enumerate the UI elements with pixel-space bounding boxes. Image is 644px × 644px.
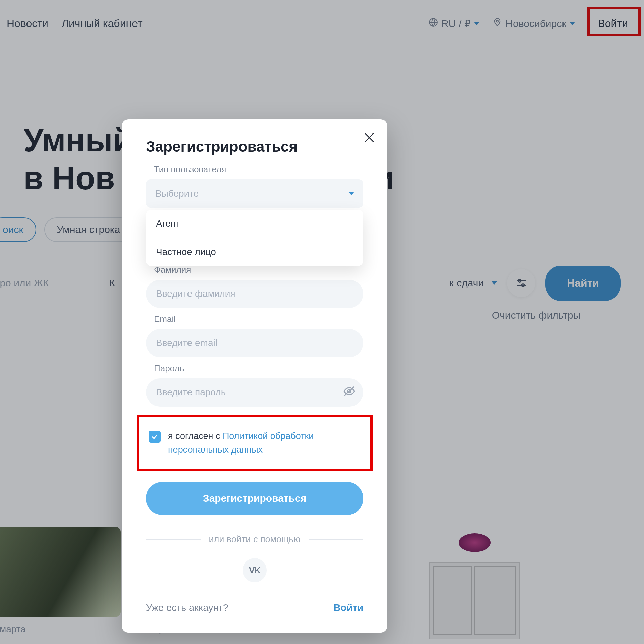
alt-login-label: или войти с помощью xyxy=(209,534,300,545)
register-submit-button[interactable]: Зарегистрироваться xyxy=(146,482,363,515)
divider-line xyxy=(309,539,363,540)
consent-text: я согласен с Политикой обработки персона… xyxy=(168,429,361,457)
surname-input[interactable]: Введите фамилия xyxy=(146,280,363,308)
option-private[interactable]: Частное лицо xyxy=(146,238,363,266)
have-account-text: Уже есть аккаунт? xyxy=(146,602,228,613)
email-label: Email xyxy=(146,314,363,329)
vk-login-button[interactable]: VK xyxy=(243,558,267,582)
divider-line xyxy=(146,539,201,540)
user-type-select-box[interactable]: Выберите xyxy=(146,179,363,208)
password-input[interactable]: Введите пароль xyxy=(146,378,363,407)
alt-login-divider: или войти с помощью xyxy=(146,534,363,545)
modal-title: Зарегистрироваться xyxy=(146,138,363,155)
social-login-row: VK xyxy=(146,558,363,582)
user-type-dropdown: Агент Частное лицо xyxy=(146,210,363,266)
register-modal: Зарегистрироваться Тип пользователя Выбе… xyxy=(122,119,387,633)
user-type-placeholder: Выберите xyxy=(155,188,199,199)
caret-down-icon xyxy=(348,192,354,195)
consent-highlight: я согласен с Политикой обработки персона… xyxy=(137,415,373,471)
eye-off-icon[interactable] xyxy=(343,385,355,400)
email-input[interactable]: Введите email xyxy=(146,329,363,357)
switch-to-login-link[interactable]: Войти xyxy=(333,602,363,613)
password-label: Пароль xyxy=(146,363,363,378)
option-agent[interactable]: Агент xyxy=(146,210,363,238)
close-button[interactable] xyxy=(362,130,377,145)
surname-label: Фамилия xyxy=(146,265,363,280)
consent-text-pre: я согласен с xyxy=(168,431,223,441)
user-type-label: Тип пользователя xyxy=(146,164,363,179)
user-type-select[interactable]: Выберите Агент Частное лицо xyxy=(146,179,363,208)
password-placeholder: Введите пароль xyxy=(156,387,226,397)
modal-bottom-row: Уже есть аккаунт? Войти xyxy=(146,602,363,613)
consent-checkbox[interactable] xyxy=(149,431,161,443)
